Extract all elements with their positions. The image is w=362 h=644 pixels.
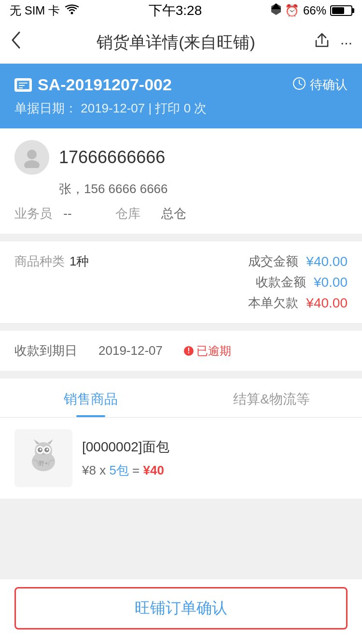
warehouse-value: 总仓: [161, 205, 186, 222]
category-label: 商品种类: [14, 253, 65, 270]
back-button[interactable]: [10, 30, 39, 54]
svg-point-0: [71, 12, 73, 14]
customer-phone: 17666666666: [59, 147, 165, 168]
wifi-icon: [65, 4, 79, 17]
nav-actions: ···: [313, 32, 352, 53]
quantity-value: 5包: [109, 463, 128, 477]
clock-icon: [292, 77, 306, 93]
more-button[interactable]: ···: [340, 34, 352, 51]
warehouse-info: 仓库 总仓: [115, 205, 186, 222]
deal-amount-label: 成交金额: [248, 253, 298, 270]
order-status: 待确认: [292, 76, 348, 93]
due-date-value: 2019-12-07: [98, 343, 163, 358]
carrier-label: 无 SIM 卡: [10, 3, 60, 18]
status-left: 无 SIM 卡: [10, 3, 79, 18]
product-info: [0000002]面包 ¥8 x 5包 = ¥40: [82, 438, 348, 479]
order-header-banner: SA-20191207-002 待确认 单据日期： 2019-12-07 | 打…: [0, 64, 362, 128]
product-item: 野+ [0000002]面包 ¥8 x 5包 = ¥40: [0, 418, 362, 499]
svg-point-4: [24, 160, 40, 168]
wangpu-confirm-button[interactable]: 旺铺订单确认: [14, 587, 348, 630]
svg-point-14: [46, 448, 48, 450]
svg-marker-7: [34, 439, 40, 444]
avatar: [14, 140, 49, 175]
overdue-warning-icon: !: [184, 346, 194, 356]
due-amount-value: ¥40.00: [306, 295, 348, 311]
order-date: 2019-12-07: [81, 101, 145, 115]
due-date-section: 收款到期日 2019-12-07 ! 已逾期: [0, 331, 362, 371]
price-unit: ¥8 x: [82, 463, 109, 477]
svg-marker-8: [47, 439, 53, 444]
status-bar: 无 SIM 卡 下午3:28 ⏰ 66%: [0, 0, 362, 21]
due-amount-label: 本单欠款: [248, 294, 298, 311]
overdue-text: 已逾期: [196, 343, 231, 359]
customer-section: 17666666666 张，156 6666 6666 业务员 -- 仓库 总仓: [0, 128, 362, 234]
tab-sales-products[interactable]: 销售商品: [0, 378, 181, 417]
product-name: [0000002]面包: [82, 438, 348, 456]
tabs-section: 销售商品 结算&物流等: [0, 378, 362, 499]
due-amount-row: 本单欠款 ¥40.00: [248, 294, 348, 311]
svg-point-3: [27, 150, 37, 159]
order-id-section: SA-20191207-002: [14, 75, 172, 94]
sales-person-label: 业务员: [14, 205, 52, 222]
equals-sign: =: [132, 463, 143, 477]
order-id: SA-20191207-002: [38, 75, 172, 94]
product-price: ¥8 x 5包 = ¥40: [82, 462, 348, 479]
svg-text:野+: 野+: [39, 460, 48, 467]
location-icon: [271, 3, 281, 18]
overdue-badge: ! 已逾期: [184, 343, 231, 359]
battery-percent: 66%: [303, 4, 326, 17]
svg-point-13: [40, 448, 42, 450]
tab-settlement-logistics[interactable]: 结算&物流等: [181, 378, 362, 417]
time-display: 下午3:28: [149, 1, 202, 20]
paid-amount-label: 收款金额: [256, 274, 306, 291]
paid-amount-value: ¥0.00: [314, 275, 348, 290]
customer-meta: 业务员 -- 仓库 总仓: [14, 205, 348, 222]
deal-amount-row: 成交金额 ¥40.00: [248, 253, 348, 270]
tabs-header: 销售商品 结算&物流等: [0, 378, 362, 418]
order-doc-icon: [14, 78, 32, 92]
battery-icon: [330, 5, 352, 16]
share-button[interactable]: [313, 32, 331, 53]
category-value: 1种: [70, 253, 89, 270]
customer-name: 张，156 6666 6666: [14, 181, 348, 197]
bottom-bar: 旺铺订单确认: [0, 579, 362, 644]
sales-person-value: --: [63, 206, 71, 221]
empty-content-area: [0, 499, 362, 586]
alarm-icon: ⏰: [285, 4, 299, 17]
paid-amount-row: 收款金额 ¥0.00: [256, 274, 348, 291]
status-right: ⏰ 66%: [271, 3, 352, 18]
category-info: 商品种类 1种: [14, 253, 248, 270]
product-thumbnail: 野+: [14, 429, 72, 487]
amount-summary: 成交金额 ¥40.00 收款金额 ¥0.00 本单欠款 ¥40.00: [248, 253, 348, 311]
status-text: 待确认: [310, 76, 348, 93]
product-thumb-icon: 野+: [24, 436, 63, 480]
page-title: 销货单详情(来自旺铺): [39, 31, 313, 54]
order-date-info: 单据日期： 2019-12-07 | 打印 0 次: [14, 100, 348, 117]
total-price: ¥40: [143, 463, 164, 477]
deal-amount-value: ¥40.00: [306, 254, 348, 269]
due-date-label: 收款到期日: [14, 342, 77, 359]
date-label: 单据日期：: [14, 101, 77, 115]
warehouse-label: 仓库: [115, 205, 140, 222]
print-info: | 打印 0 次: [148, 101, 207, 115]
nav-bar: 销货单详情(来自旺铺) ···: [0, 21, 362, 64]
summary-section: 商品种类 1种 成交金额 ¥40.00 收款金额 ¥0.00 本单欠款 ¥40.…: [0, 241, 362, 323]
